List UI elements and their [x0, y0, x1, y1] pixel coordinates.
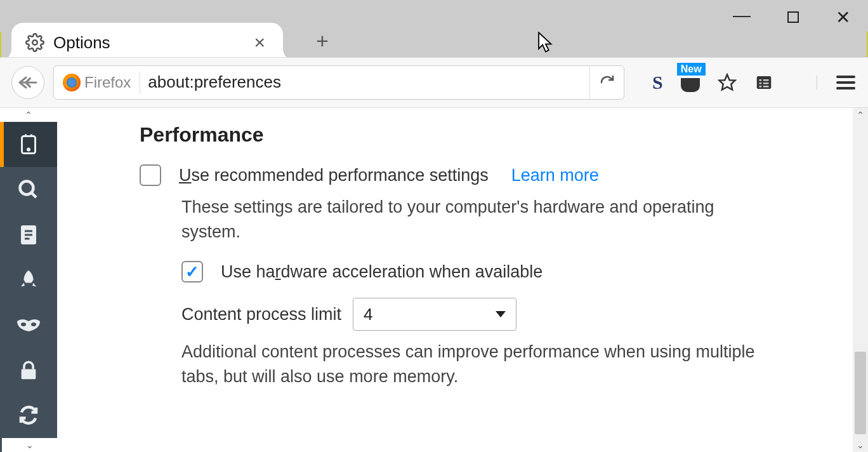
section-heading-performance: Performance	[140, 123, 768, 147]
firefox-logo-icon	[63, 74, 81, 91]
svg-rect-8	[759, 86, 761, 88]
label-hardware-acceleration: Use hardware acceleration when available	[221, 262, 542, 282]
reload-button[interactable]	[589, 66, 624, 99]
svg-rect-9	[763, 86, 768, 88]
sidebar-item-privacy[interactable]	[0, 303, 57, 348]
tab-title: Options	[53, 33, 250, 53]
url-bar[interactable]: Firefox about:preferences	[53, 65, 624, 100]
chevron-down-icon	[496, 311, 506, 317]
checkbox-recommended-settings[interactable]	[140, 164, 161, 186]
select-value: 4	[364, 305, 372, 324]
document-icon	[17, 223, 40, 246]
label-content-process-limit: Content process limit	[181, 305, 341, 324]
sync-icon	[17, 404, 40, 427]
svg-rect-22	[22, 369, 36, 380]
url-input[interactable]: about:preferences	[140, 71, 589, 94]
svg-point-0	[32, 40, 37, 45]
pocket-icon	[681, 78, 700, 92]
hamburger-icon	[836, 76, 855, 90]
bookmark-star-icon[interactable]	[718, 73, 737, 92]
sidebar-scroll-up[interactable]: ⌃	[0, 108, 57, 122]
identity-box[interactable]: Firefox	[54, 66, 140, 99]
desc-recommended-settings: These settings are tailored to your comp…	[181, 195, 768, 244]
svg-point-14	[20, 181, 34, 194]
window-maximize-button[interactable]	[787, 11, 799, 23]
window-minimize-button[interactable]: —	[733, 9, 751, 22]
select-content-process-limit[interactable]: 4	[353, 298, 516, 331]
svg-marker-2	[719, 75, 735, 90]
sidebar-item-search[interactable]	[0, 167, 57, 212]
tab-close-button[interactable]: ×	[250, 32, 269, 53]
navigation-toolbar: Firefox about:preferences S New	[0, 57, 868, 108]
window-close-button[interactable]: ✕	[836, 11, 850, 24]
bookmarks-list-icon[interactable]	[754, 73, 773, 92]
gear-icon	[25, 33, 44, 52]
browser-tab-options[interactable]: Options ×	[11, 23, 283, 62]
mouse-cursor-icon	[537, 32, 555, 53]
label-recommended-settings: Use recommended performance settings	[179, 166, 489, 185]
lock-icon	[18, 359, 39, 381]
tab-strip: Options × +	[11, 18, 334, 62]
stylish-addon-icon[interactable]: S	[652, 72, 663, 93]
sidebar-item-security[interactable]	[0, 348, 57, 393]
scroll-up-button[interactable]: ⌃	[853, 108, 868, 122]
svg-rect-6	[759, 83, 761, 84]
sidebar-item-general[interactable]	[0, 122, 57, 167]
pocket-button[interactable]: New	[681, 73, 700, 92]
preferences-panel: Performance Use recommended performance …	[57, 108, 868, 452]
svg-point-20	[21, 322, 26, 326]
svg-rect-5	[763, 79, 768, 81]
identity-label: Firefox	[84, 74, 131, 91]
sidebar-item-sync[interactable]	[0, 393, 57, 438]
sidebar-item-applications[interactable]	[0, 257, 57, 302]
link-learn-more[interactable]: Learn more	[511, 166, 599, 185]
svg-point-11	[28, 149, 30, 150]
sidebar-item-content[interactable]	[0, 212, 57, 257]
scroll-thumb[interactable]	[855, 352, 866, 434]
new-badge: New	[677, 63, 706, 76]
back-button[interactable]	[11, 66, 44, 99]
sidebar-scroll-down[interactable]: ⌄	[0, 438, 57, 452]
scrollbar-vertical[interactable]: ⌃ ⌄	[853, 108, 868, 452]
search-icon	[17, 178, 40, 201]
preferences-sidebar: ⌃ ⌄	[0, 108, 57, 452]
svg-line-15	[32, 192, 37, 197]
rocket-icon	[17, 269, 40, 291]
general-icon	[17, 133, 40, 156]
scroll-down-button[interactable]: ⌄	[853, 438, 868, 452]
svg-rect-4	[759, 79, 761, 81]
mask-icon	[16, 316, 41, 335]
svg-rect-7	[763, 83, 768, 84]
svg-point-21	[31, 322, 36, 326]
checkbox-hardware-acceleration[interactable]	[181, 261, 203, 282]
desc-content-process-limit: Additional content processes can improve…	[181, 340, 768, 389]
app-menu-button[interactable]	[817, 76, 855, 90]
